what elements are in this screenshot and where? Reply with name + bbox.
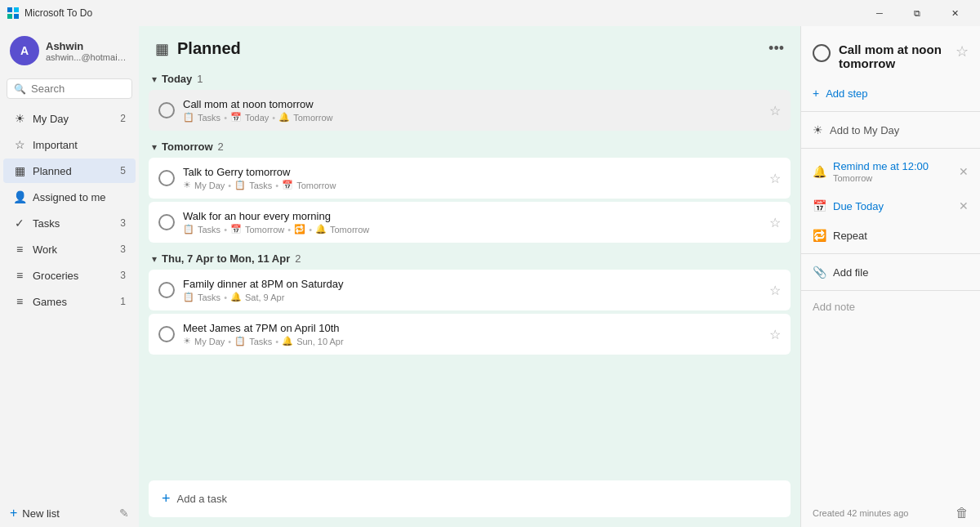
chevron-down-icon: ▾	[152, 74, 157, 85]
sun-icon: ☀	[13, 112, 26, 125]
sidebar-item-label: My Day	[33, 113, 114, 125]
remind-sub: Tomorrow	[833, 173, 952, 183]
more-options-button[interactable]: •••	[768, 40, 784, 57]
section-today[interactable]: ▾ Today 1	[149, 66, 791, 90]
sidebar-item-count: 3	[120, 217, 126, 229]
sidebar-item-my-day[interactable]: ☀ My Day 2	[3, 106, 136, 131]
section-tomorrow[interactable]: ▾ Tomorrow 2	[149, 134, 791, 158]
add-step-button[interactable]: + Add step	[801, 78, 980, 108]
minimize-button[interactable]: ─	[861, 0, 898, 26]
bell-icon: 🔔	[278, 112, 290, 123]
sun-icon: ☀	[183, 180, 191, 190]
list-icon: 📋	[234, 336, 246, 346]
list-icon: ≡	[13, 243, 26, 256]
sidebar-item-count: 3	[120, 270, 126, 281]
svg-rect-0	[7, 7, 12, 12]
bell-icon: 🔔	[282, 336, 293, 346]
app-icon	[7, 7, 20, 20]
created-label: Created 42 minutes ago	[813, 508, 908, 518]
task-item[interactable]: Walk for an hour every morning 📋 Tasks •…	[149, 202, 791, 243]
delete-task-button[interactable]: 🗑	[956, 506, 969, 520]
due-row[interactable]: 📅 Due Today ✕	[801, 191, 980, 221]
list-icon: 📋	[183, 292, 194, 302]
task-item[interactable]: Call mom at noon tomorrow 📋 Tasks • 📅 To…	[149, 90, 791, 131]
detail-star-button[interactable]: ☆	[956, 42, 969, 60]
list-icon: 📋	[183, 224, 194, 234]
search-icon: 🔍	[14, 83, 26, 95]
plus-icon: +	[162, 490, 171, 507]
task-body: Meet James at 7PM on April 10th ☀ My Day…	[183, 322, 761, 346]
sidebar-item-assigned[interactable]: 👤 Assigned to me	[3, 185, 136, 209]
task-list: ▾ Today 1 Call mom at noon tomorrow 📋 Ta…	[139, 66, 800, 474]
chevron-down-icon: ▾	[152, 141, 157, 153]
sidebar-item-count: 2	[120, 113, 126, 124]
task-title: Meet James at 7PM on April 10th	[183, 322, 761, 334]
section-title: Thu, 7 Apr to Mon, 11 Apr	[162, 252, 290, 265]
close-button[interactable]: ✕	[936, 0, 973, 26]
calendar-grid-icon: ▦	[13, 164, 26, 177]
restore-button[interactable]: ⧉	[898, 0, 936, 26]
sidebar-item-work[interactable]: ≡ Work 3	[3, 237, 136, 261]
task-star-button[interactable]: ☆	[769, 283, 781, 298]
checkmark-icon: ✓	[13, 217, 26, 230]
remind-row[interactable]: 🔔 Remind me at 12:00 Tomorrow ✕	[801, 152, 980, 191]
task-star-button[interactable]: ☆	[769, 103, 781, 118]
search-bar[interactable]: 🔍	[7, 78, 132, 99]
sidebar-item-tasks[interactable]: ✓ Tasks 3	[3, 211, 136, 235]
new-list-button[interactable]: + New list ✎	[0, 499, 139, 527]
remind-remove-button[interactable]: ✕	[959, 165, 969, 178]
sidebar-item-planned[interactable]: ▦ Planned 5	[3, 159, 136, 183]
repeat-row[interactable]: 🔁 Repeat	[801, 221, 980, 250]
add-task-label: Add a task	[177, 493, 227, 505]
list-icon: 📋	[183, 112, 194, 123]
sidebar-item-label: Assigned to me	[33, 191, 126, 203]
calendar-icon: 📅	[230, 112, 242, 123]
task-title: Family dinner at 8PM on Saturday	[183, 278, 761, 290]
task-complete-button[interactable]	[813, 44, 831, 62]
sidebar-item-groceries[interactable]: ≡ Groceries 3	[3, 263, 136, 288]
section-count: 2	[218, 141, 224, 153]
add-note-field[interactable]: Add note	[813, 301, 969, 313]
task-star-button[interactable]: ☆	[769, 215, 781, 230]
section-count: 2	[295, 252, 301, 265]
task-complete-button[interactable]	[158, 102, 175, 118]
sidebar: A Ashwin ashwin...@hotmail.com 🔍 ☀ My Da…	[0, 26, 139, 527]
due-label: Due Today	[833, 200, 952, 212]
task-item[interactable]: Family dinner at 8PM on Saturday 📋 Tasks…	[149, 270, 791, 310]
task-star-button[interactable]: ☆	[769, 171, 781, 186]
task-item[interactable]: Talk to Gerry tomorrow ☀ My Day • 📋 Task…	[149, 158, 791, 199]
add-to-my-day-button[interactable]: ☀ Add to My Day	[801, 115, 980, 145]
plus-icon: +	[813, 87, 819, 100]
add-file-row[interactable]: 📎 Add file	[801, 257, 980, 287]
user-profile[interactable]: A Ashwin ashwin...@hotmail.com	[0, 26, 139, 75]
main-content: ▦ Planned ••• ▾ Today 1 Call mom at noon…	[139, 26, 800, 527]
section-thu-apr[interactable]: ▾ Thu, 7 Apr to Mon, 11 Apr 2	[149, 246, 791, 270]
task-complete-button[interactable]	[158, 326, 175, 342]
divider	[801, 253, 980, 254]
planned-icon: ▦	[155, 40, 169, 58]
task-star-button[interactable]: ☆	[769, 327, 781, 342]
add-task-bar[interactable]: + Add a task	[149, 480, 791, 517]
bell-icon: 🔔	[230, 292, 242, 302]
page-title: Planned	[177, 39, 241, 58]
task-item[interactable]: Meet James at 7PM on April 10th ☀ My Day…	[149, 314, 791, 355]
task-complete-button[interactable]	[158, 170, 175, 186]
task-body: Talk to Gerry tomorrow ☀ My Day • 📋 Task…	[183, 166, 761, 190]
task-body: Walk for an hour every morning 📋 Tasks •…	[183, 210, 761, 234]
task-complete-button[interactable]	[158, 282, 175, 298]
sidebar-item-label: Planned	[33, 165, 114, 177]
detail-panel: Call mom at noon tomorrow ☆ + Add step ☀…	[800, 26, 980, 527]
task-complete-button[interactable]	[158, 214, 175, 230]
titlebar: Microsoft To Do ─ ⧉ ✕	[0, 0, 980, 26]
repeat-icon: 🔁	[294, 224, 305, 234]
sidebar-item-label: Work	[33, 243, 114, 256]
search-input[interactable]	[31, 83, 125, 95]
divider	[801, 148, 980, 149]
sidebar-item-important[interactable]: ☆ Important	[3, 132, 136, 157]
window-controls[interactable]: ─ ⧉ ✕	[861, 0, 973, 26]
sidebar-item-games[interactable]: ≡ Games 1	[3, 289, 136, 314]
task-meta: 📋 Tasks • 📅 Tomorrow • 🔁 • 🔔 Tomorrow	[183, 224, 761, 234]
user-name: Ashwin	[46, 40, 127, 52]
svg-rect-2	[7, 14, 12, 19]
due-remove-button[interactable]: ✕	[959, 199, 969, 212]
